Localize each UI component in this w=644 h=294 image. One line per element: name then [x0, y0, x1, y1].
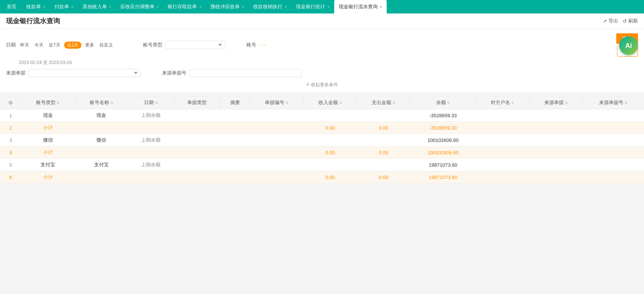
- col-balance-header[interactable]: 余额⇅: [410, 96, 476, 109]
- tab-receipt[interactable]: 收款单×: [22, 0, 50, 13]
- cell-account_name: 现金: [75, 109, 128, 122]
- tab-collection[interactable]: 收款核销执行×: [249, 0, 291, 13]
- tab-prepay-label: 预收冲应收单: [210, 3, 240, 10]
- col-account-type-sort-icon: ⇅: [57, 101, 60, 105]
- refresh-icon: ↺: [623, 18, 627, 24]
- date-shortcut-近1月[interactable]: 近1月: [64, 42, 82, 49]
- cell-income: [303, 109, 357, 122]
- tab-receipt-close[interactable]: ×: [43, 5, 45, 9]
- col-account-type-header[interactable]: 账号类型⇅: [21, 96, 75, 109]
- source-doc-label: 来源单据: [6, 70, 26, 76]
- cell-expense: 0.00: [357, 146, 410, 159]
- tab-bank-deposit-label: 银行存取款单: [168, 3, 197, 10]
- tab-prepay[interactable]: 预收冲应收单×: [206, 0, 249, 13]
- cell-account_type: 支付宝: [21, 159, 75, 171]
- table-settings-icon[interactable]: ⚙: [8, 100, 13, 106]
- cell-account_type: 微信: [21, 134, 75, 146]
- source-doc-no-filter-group: 来源单据号: [162, 69, 302, 77]
- col-expense-sort-icon: ⇅: [392, 101, 395, 105]
- cell-doc_no: [250, 146, 303, 159]
- cell-doc_type: [174, 109, 220, 122]
- col-doc-no-sort-icon: ⇅: [285, 101, 288, 105]
- date-shortcut-近7天[interactable]: 近7天: [47, 42, 62, 49]
- tab-bank-deposit-close[interactable]: ×: [199, 5, 201, 9]
- date-label: 日期: [6, 42, 16, 48]
- account-type-label: 账号类型: [143, 42, 162, 48]
- tab-other-income[interactable]: 其他收入单×: [78, 0, 116, 13]
- col-account-name-header[interactable]: 账号名称⇅: [75, 96, 128, 109]
- tab-cash-stat[interactable]: 现金银行统计×: [291, 0, 334, 13]
- tab-cash-flow[interactable]: 现金银行流水查询×: [334, 0, 387, 13]
- nav-home[interactable]: 首页: [2, 3, 22, 10]
- source-doc-select[interactable]: [29, 69, 141, 77]
- cell-source_doc_no: [582, 159, 644, 171]
- tab-cash-stat-close[interactable]: ×: [327, 5, 330, 9]
- tab-adjust[interactable]: 应收应付调整单×: [116, 0, 164, 13]
- tab-prepay-close[interactable]: ×: [242, 5, 244, 9]
- cell-doc_no: [250, 122, 303, 134]
- cell-summary: [220, 134, 250, 146]
- collapse-icon: ∧: [306, 82, 309, 88]
- date-shortcut-更多[interactable]: 更多: [84, 42, 96, 49]
- export-button[interactable]: ↗ 导出: [603, 18, 618, 24]
- account-more-button[interactable]: ···: [259, 42, 266, 48]
- col-source-doc-header[interactable]: 来源单据⇅: [529, 96, 582, 109]
- date-shortcut-今天[interactable]: 今天: [33, 42, 45, 49]
- col-source-doc-no-header[interactable]: 来源单据号⇅: [582, 96, 644, 109]
- tab-payment[interactable]: 付款单×: [50, 0, 78, 13]
- ai-assistant-button[interactable]: Ai: [619, 36, 638, 55]
- col-balance-sort-icon: ⇅: [447, 101, 450, 105]
- cell-account_name: [75, 122, 128, 134]
- cell-doc_no: [250, 159, 303, 171]
- table-header-row: ⚙账号类型⇅账号名称⇅日期⇅单据类型摘要单据编号⇅收入金额⇅支出金额⇅余额⇅对方…: [0, 96, 644, 109]
- col-date-header[interactable]: 日期⇅: [128, 96, 174, 109]
- refresh-button[interactable]: ↺ 刷新: [623, 18, 638, 24]
- cell-expense: 0.00: [357, 122, 410, 134]
- account-filter-group: 账号 ···: [246, 42, 266, 48]
- tab-cash-stat-label: 现金银行统计: [296, 3, 325, 10]
- col-date-sort-icon: ⇅: [155, 101, 158, 105]
- col-doc-no-header[interactable]: 单据编号⇅: [250, 96, 303, 109]
- col-income-header[interactable]: 收入金额⇅: [303, 96, 357, 109]
- cell-source_doc_no: [582, 171, 644, 184]
- cell-income: [303, 159, 357, 171]
- cell-summary: [220, 122, 250, 134]
- col-expense-header[interactable]: 支出金额⇅: [357, 96, 410, 109]
- tab-other-income-close[interactable]: ×: [109, 5, 111, 9]
- table-row: 5支付宝支付宝上期余额19871073.60: [0, 159, 644, 171]
- cell-balance: 19871073.60: [410, 159, 476, 171]
- table-row: 4小计0.000.00100102606.60: [0, 146, 644, 159]
- cell-summary: [220, 109, 250, 122]
- cell-expense: 0.00: [357, 171, 410, 184]
- col-counterpart-header[interactable]: 对方户名⇅: [476, 96, 529, 109]
- cell-counterpart: [476, 146, 529, 159]
- collapse-bar[interactable]: ∧ 收起更多条件: [6, 80, 638, 90]
- date-shortcut-昨天[interactable]: 昨天: [19, 42, 31, 49]
- cell-balance: -3528659.33: [410, 122, 476, 134]
- account-type-select[interactable]: 现金 微信 支付宝: [165, 41, 225, 49]
- tab-collection-close[interactable]: ×: [285, 5, 287, 9]
- source-doc-no-input[interactable]: [189, 69, 302, 77]
- date-shortcut-自定义[interactable]: 自定义: [98, 42, 114, 49]
- cell-expense: [357, 109, 410, 122]
- col-counterpart-sort-icon: ⇅: [511, 101, 514, 105]
- tab-cash-flow-label: 现金银行流水查询: [339, 3, 378, 10]
- source-doc-filter-group: 来源单据: [6, 69, 141, 77]
- cell-summary: [220, 159, 250, 171]
- cell-source_doc: [529, 109, 582, 122]
- cell-income: [303, 134, 357, 146]
- tab-other-income-label: 其他收入单: [83, 3, 107, 10]
- col-doc-type-header: 单据类型: [174, 96, 220, 109]
- cell-date: 上期余额: [128, 109, 174, 122]
- cell-index: 5: [0, 159, 21, 171]
- cell-date: 上期余额: [128, 134, 174, 146]
- cell-income: 0.00: [303, 122, 357, 134]
- cell-account_name: 微信: [75, 134, 128, 146]
- tab-adjust-label: 应收应付调整单: [120, 3, 155, 10]
- cell-doc_no: [250, 109, 303, 122]
- tab-bank-deposit[interactable]: 银行存取款单×: [163, 0, 206, 13]
- table-body: 1现金现金上期余额-3528659.332小计0.000.00-3528659.…: [0, 109, 644, 184]
- tab-payment-close[interactable]: ×: [71, 5, 74, 9]
- tab-cash-flow-close[interactable]: ×: [380, 5, 382, 9]
- tab-adjust-close[interactable]: ×: [157, 5, 159, 9]
